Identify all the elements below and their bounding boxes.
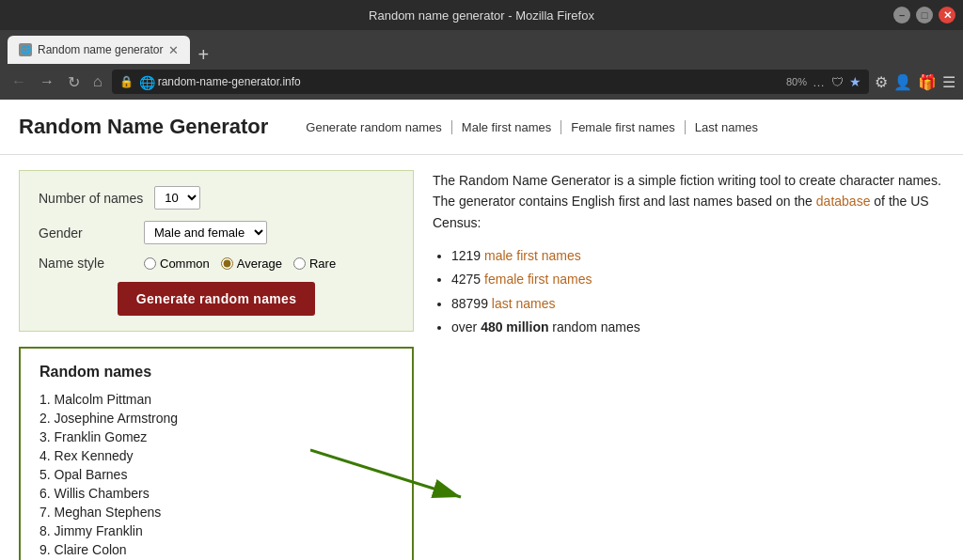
style-rare-label: Rare xyxy=(309,257,336,271)
new-tab-button[interactable]: + xyxy=(197,45,209,64)
browser-tabs: 🌐 Random name generator ✕ + xyxy=(0,30,963,64)
names-section: Random names 1. Malcolm Pittman2. Joseph… xyxy=(19,347,414,560)
number-select[interactable]: 5 10 15 20 25 30 xyxy=(154,186,200,210)
last-names-link[interactable]: last names xyxy=(492,296,556,311)
right-panel: The Random Name Generator is a simple fi… xyxy=(433,170,944,560)
stat-male-names: 1219 male first names xyxy=(451,244,944,268)
random-names-title: Random names xyxy=(39,364,393,381)
generate-button[interactable]: Generate random names xyxy=(118,282,315,316)
list-item: 7. Meghan Stephens xyxy=(39,503,393,521)
nav-generate[interactable]: Generate random names xyxy=(296,120,452,134)
style-rare-radio[interactable] xyxy=(293,257,306,270)
url-text: random-name-generator.info xyxy=(158,75,781,88)
list-item: 8. Jimmy Franklin xyxy=(39,521,393,540)
number-row: Number of names 5 10 15 20 25 30 xyxy=(39,186,394,210)
style-average-label: Average xyxy=(237,257,282,271)
zoom-level: 80% xyxy=(786,76,807,87)
description-paragraph: The Random Name Generator is a simple fi… xyxy=(433,170,944,233)
number-label: Number of names xyxy=(39,191,143,206)
style-average-option[interactable]: Average xyxy=(221,257,282,271)
browser-titlebar: Random name generator - Mozilla Firefox … xyxy=(0,0,963,30)
extensions-icon[interactable]: ⚙ xyxy=(875,73,888,91)
nav-male-names[interactable]: Male first names xyxy=(452,120,561,134)
stats-list: 1219 male first names 4275 female first … xyxy=(433,244,944,339)
last-count: 88799 xyxy=(451,296,488,311)
random-names-box: Random names 1. Malcolm Pittman2. Joseph… xyxy=(19,347,414,560)
gender-row: Gender Male Female Male and female xyxy=(39,221,394,244)
style-average-radio[interactable] xyxy=(221,257,233,270)
list-item: 2. Josephine Armstrong xyxy=(39,409,393,428)
page-content: Random Name Generator Generate random na… xyxy=(0,100,963,560)
forward-button[interactable]: → xyxy=(36,71,58,92)
left-panel: Number of names 5 10 15 20 25 30 Gender … xyxy=(19,170,414,560)
main-area: Number of names 5 10 15 20 25 30 Gender … xyxy=(0,155,963,560)
more-options-icon[interactable]: … xyxy=(813,75,826,89)
stat-last-names: 88799 last names xyxy=(451,292,944,316)
style-label: Name style xyxy=(39,256,133,271)
nav-extras: ⚙ 👤 🎁 ☰ xyxy=(875,73,955,91)
total-bold: 480 million xyxy=(481,319,548,334)
account-icon[interactable]: 👤 xyxy=(893,73,912,91)
active-tab[interactable]: 🌐 Random name generator ✕ xyxy=(8,36,190,64)
list-item: 6. Willis Chambers xyxy=(39,484,393,503)
browser-navbar: ← → ↻ ⌂ 🔒 🌐 random-name-generator.info 8… xyxy=(0,64,963,100)
bookmark-icon[interactable]: ★ xyxy=(849,74,861,89)
style-common-label: Common xyxy=(160,257,210,271)
site-navigation: Generate random names Male first names F… xyxy=(296,120,767,134)
site-title: Random Name Generator xyxy=(19,115,268,139)
style-radio-group: Common Average Rare xyxy=(144,257,336,271)
gender-select[interactable]: Male Female Male and female xyxy=(144,221,267,244)
list-item: 1. Malcolm Pittman xyxy=(39,390,393,409)
address-bar[interactable]: 🔒 🌐 random-name-generator.info 80% … 🛡 ★ xyxy=(112,70,869,94)
window-controls: – □ ✕ xyxy=(893,7,955,23)
reload-button[interactable]: ↻ xyxy=(64,71,84,93)
tab-favicon: 🌐 xyxy=(19,43,32,56)
female-names-link[interactable]: female first names xyxy=(484,272,592,287)
list-item: 9. Claire Colon xyxy=(39,540,393,559)
tab-close-button[interactable]: ✕ xyxy=(168,43,179,57)
list-item: 5. Opal Barnes xyxy=(39,465,393,484)
back-button[interactable]: ← xyxy=(8,71,30,92)
stat-female-names: 4275 female first names xyxy=(451,268,944,291)
minimize-button[interactable]: – xyxy=(893,7,910,23)
close-button[interactable]: ✕ xyxy=(939,7,955,23)
tab-label: Random name generator xyxy=(38,43,163,56)
gender-label: Gender xyxy=(39,226,133,241)
male-names-link[interactable]: male first names xyxy=(484,248,581,263)
shield-icon: 🛡 xyxy=(831,75,844,89)
male-count: 1219 xyxy=(451,248,481,263)
database-link[interactable]: database xyxy=(816,194,871,209)
nav-last-names[interactable]: Last names xyxy=(686,120,767,134)
lock-icon: 🔒 xyxy=(119,75,134,88)
female-count: 4275 xyxy=(451,272,481,287)
nav-female-names[interactable]: Female first names xyxy=(561,120,686,134)
site-favicon: 🌐 xyxy=(139,75,152,88)
list-item: 4. Rex Kennedy xyxy=(39,446,393,465)
style-row: Name style Common Average Rare xyxy=(39,256,394,271)
form-box: Number of names 5 10 15 20 25 30 Gender … xyxy=(19,170,414,332)
gift-icon[interactable]: 🎁 xyxy=(918,73,937,91)
menu-icon[interactable]: ☰ xyxy=(942,73,955,91)
names-list: 1. Malcolm Pittman2. Josephine Armstrong… xyxy=(39,390,393,560)
maximize-button[interactable]: □ xyxy=(916,7,933,23)
home-button[interactable]: ⌂ xyxy=(89,71,106,92)
style-common-option[interactable]: Common xyxy=(144,257,210,271)
list-item: 3. Franklin Gomez xyxy=(39,428,393,446)
window-title: Random name generator - Mozilla Firefox xyxy=(369,8,594,23)
style-rare-option[interactable]: Rare xyxy=(293,257,336,271)
style-common-radio[interactable] xyxy=(144,257,156,270)
stat-total: over 480 million random names xyxy=(451,316,944,339)
site-header: Random Name Generator Generate random na… xyxy=(0,100,963,155)
